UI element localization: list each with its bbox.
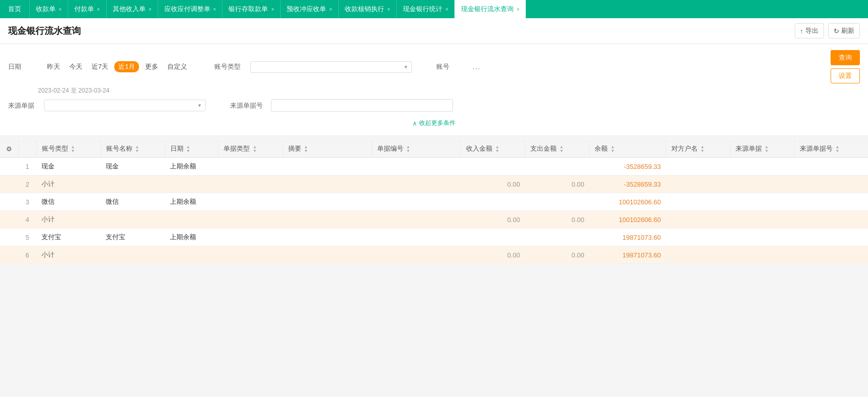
shortcut-yesterday[interactable]: 昨天 — [44, 61, 63, 72]
td-row-num: 5 — [18, 229, 36, 246]
nav-tab-bank-flow[interactable]: 现金银行流水查询 × — [454, 0, 526, 18]
td-source-doc-no — [794, 175, 868, 193]
td-account-name — [101, 211, 165, 229]
td-source-doc-no — [794, 211, 868, 229]
close-icon[interactable]: × — [517, 7, 520, 12]
td-account-name: 支付宝 — [101, 229, 165, 246]
th-doc-type[interactable]: 单据类型 ▲▼ — [218, 140, 283, 158]
td-date — [165, 246, 218, 264]
refresh-button[interactable]: ↻ 刷新 — [828, 23, 860, 38]
th-income[interactable]: 收入金额 ▲▼ — [461, 140, 525, 158]
shortcut-1month[interactable]: 近1月 — [114, 61, 139, 72]
nav-tab-verify[interactable]: 收款核销执行 × — [338, 0, 396, 18]
source-doc-no-input[interactable] — [271, 99, 453, 112]
close-icon[interactable]: × — [149, 7, 152, 12]
th-account-type[interactable]: 账号类型 ▲▼ — [36, 140, 101, 158]
td-settings — [0, 229, 18, 246]
shortcut-custom[interactable]: 自定义 — [164, 61, 190, 72]
page-header: 现金银行流水查询 ↑ 导出 ↻ 刷新 — [0, 18, 868, 44]
td-counterpart — [666, 193, 730, 211]
td-balance: 100102606.60 — [589, 211, 666, 229]
nav-tab-bank-deposit[interactable]: 银行存取款单 × — [222, 0, 280, 18]
nav-tab-bank-stats[interactable]: 现金银行统计 × — [396, 0, 454, 18]
shortcut-more[interactable]: 更多 — [142, 61, 161, 72]
td-expense: 0.00 — [525, 175, 589, 193]
sort-icon: ▲▼ — [611, 145, 615, 153]
td-settings — [0, 211, 18, 229]
nav-home[interactable]: 首页 — [0, 0, 29, 18]
account-dots[interactable]: ... — [472, 62, 480, 71]
nav-tab-payment[interactable]: 付款单 × — [68, 0, 106, 18]
close-icon[interactable]: × — [387, 7, 390, 12]
collapse-bar[interactable]: ∧ 收起更多条件 — [8, 117, 860, 129]
td-settings — [0, 158, 18, 175]
settings-button[interactable]: 设置 — [831, 68, 860, 83]
sort-icon: ▲▼ — [71, 145, 75, 153]
sort-icon: ▲▼ — [406, 145, 410, 153]
query-button[interactable]: 查询 — [831, 50, 860, 65]
td-counterpart — [666, 158, 730, 175]
sort-icon: ▲▼ — [836, 145, 840, 153]
th-source-doc[interactable]: 来源单据 ▲▼ — [730, 140, 794, 158]
td-account-type: 小计 — [36, 211, 101, 229]
td-expense — [525, 229, 589, 246]
td-source-doc — [730, 229, 794, 246]
close-icon[interactable]: × — [329, 7, 332, 12]
td-account-name: 微信 — [101, 193, 165, 211]
collapse-label: 收起更多条件 — [419, 119, 455, 127]
sort-icon: ▲▼ — [253, 145, 257, 153]
nav-tab-other-income[interactable]: 其他收入单 × — [106, 0, 158, 18]
th-date[interactable]: 日期 ▲▼ — [165, 140, 218, 158]
close-icon[interactable]: × — [271, 7, 274, 12]
th-summary[interactable]: 摘要 ▲▼ — [283, 140, 372, 158]
td-doc-type — [218, 158, 283, 175]
close-icon[interactable]: × — [59, 7, 62, 12]
td-balance: -3528659.33 — [589, 158, 666, 175]
nav-tab-advance[interactable]: 预收冲应收单 × — [280, 0, 338, 18]
td-summary — [283, 229, 372, 246]
source-doc-select[interactable]: ▾ — [44, 100, 206, 111]
account-type-select[interactable]: ▾ — [250, 61, 412, 73]
td-expense: 0.00 — [525, 211, 589, 229]
table-row: 6 小计 0.00 0.00 19871073.60 — [0, 246, 868, 264]
shortcut-7days[interactable]: 近7天 — [88, 61, 111, 72]
header-actions: ↑ 导出 ↻ 刷新 — [795, 23, 860, 38]
th-account-name[interactable]: 账号名称 ▲▼ — [101, 140, 165, 158]
td-account-name — [101, 246, 165, 264]
td-source-doc-no — [794, 158, 868, 175]
td-doc-no — [372, 246, 461, 264]
td-source-doc — [730, 158, 794, 175]
td-income: 0.00 — [461, 246, 525, 264]
td-income — [461, 229, 525, 246]
close-icon[interactable]: × — [213, 7, 216, 12]
shortcut-today[interactable]: 今天 — [66, 61, 85, 72]
td-date: 上期余额 — [165, 158, 218, 175]
close-icon[interactable]: × — [445, 7, 448, 12]
td-date: 上期余额 — [165, 229, 218, 246]
th-settings[interactable]: ⚙ — [0, 140, 18, 158]
td-doc-no — [372, 175, 461, 193]
th-balance[interactable]: 余额 ▲▼ — [589, 140, 666, 158]
action-buttons: 查询 设置 — [831, 50, 860, 83]
td-source-doc-no — [794, 193, 868, 211]
td-source-doc-no — [794, 246, 868, 264]
table-row: 5 支付宝 支付宝 上期余额 19871073.60 — [0, 229, 868, 246]
export-icon: ↑ — [800, 27, 804, 35]
th-counterpart[interactable]: 对方户名 ▲▼ — [666, 140, 730, 158]
nav-tab-adjustment[interactable]: 应收应付调整单 × — [158, 0, 222, 18]
th-row-num — [18, 140, 36, 158]
td-balance: 19871073.60 — [589, 229, 666, 246]
td-summary — [283, 175, 372, 193]
th-source-doc-no[interactable]: 来源单据号 ▲▼ — [794, 140, 868, 158]
close-icon[interactable]: × — [97, 7, 100, 12]
td-source-doc — [730, 211, 794, 229]
nav-tab-receipt[interactable]: 收款单 × — [29, 0, 68, 18]
collapse-up-icon: ∧ — [413, 120, 417, 127]
refresh-icon: ↻ — [834, 27, 839, 35]
td-source-doc — [730, 193, 794, 211]
table-container: ⚙ 账号类型 ▲▼ 账号名称 ▲▼ 日期 ▲▼ 单据类型 ▲▼ — [0, 140, 868, 264]
th-doc-no[interactable]: 单据编号 ▲▼ — [372, 140, 461, 158]
th-expense[interactable]: 支出金额 ▲▼ — [525, 140, 589, 158]
td-expense: 0.00 — [525, 246, 589, 264]
export-button[interactable]: ↑ 导出 — [795, 23, 825, 38]
